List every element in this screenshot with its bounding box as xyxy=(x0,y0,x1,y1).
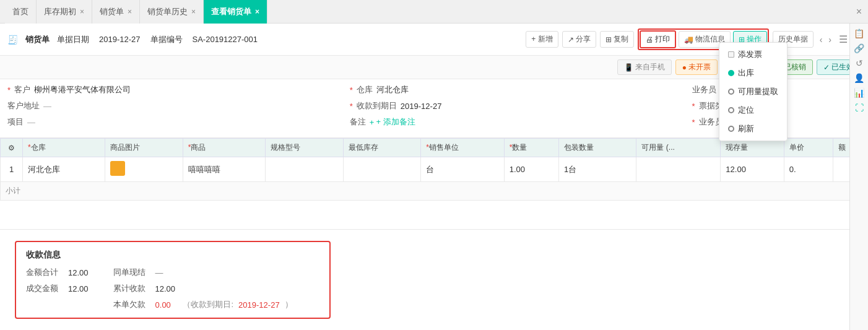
doc-icon: 🧾 xyxy=(7,35,18,45)
close-sales-tab[interactable]: × xyxy=(128,7,132,16)
col-warehouse: *仓库 xyxy=(23,139,105,157)
date-value: 2019-12-27 xyxy=(99,35,141,44)
window-close-button[interactable]: × xyxy=(856,6,862,17)
rect-icon xyxy=(728,51,734,58)
address-field: 客户地址 — xyxy=(7,100,345,111)
unopened-status[interactable]: ● 未开票 xyxy=(675,59,718,75)
close-view-sales-tab[interactable]: × xyxy=(255,7,259,16)
row-no: 1 xyxy=(1,157,23,182)
row-image xyxy=(105,157,183,182)
table-row: 1 河北仓库 嘻嘻嘻嘻 台 1.00 1台 12.00 0. xyxy=(1,157,868,182)
row-unit-price: 0. xyxy=(784,157,833,182)
subtotal-label: 小计 xyxy=(1,182,868,201)
plus-icon: + xyxy=(370,118,375,127)
payment-col-1: 金额合计 12.00 成交金额 12.00 xyxy=(26,267,89,310)
tab-sales-order[interactable]: 销货单 × xyxy=(92,0,140,24)
doc-actions: + 新增 ↗ 分享 ⊞ 复制 🖨 打印 🚚 物 xyxy=(526,28,861,50)
col-pack-qty: 包装数量 xyxy=(558,139,636,157)
circle-icon: ● xyxy=(682,63,687,72)
sidebar-doc-icon[interactable]: 📋 xyxy=(854,28,864,38)
available-extract-item[interactable]: 可用量提取 xyxy=(719,82,787,101)
effective-icon: ✓ xyxy=(823,63,830,72)
row-warehouse: 河北仓库 xyxy=(23,157,105,182)
customer-field: * 客户 柳州粤港平安气体有限公司 xyxy=(7,84,345,95)
product-thumbnail xyxy=(110,161,125,176)
mobile-status[interactable]: 📱 来自手机 xyxy=(617,59,672,75)
payment-col-2: 同单现结 — 累计收款 12.00 本单欠款 0.00 （收款到期日: xyxy=(113,267,293,310)
sidebar-link-icon[interactable]: 🔗 xyxy=(854,43,864,53)
print-button[interactable]: 🖨 打印 xyxy=(640,30,676,48)
col-min-stock: 最低库存 xyxy=(343,139,421,157)
outline-dot-icon-2 xyxy=(728,107,734,113)
due-date-field: * 收款到期日 2019-12-27 xyxy=(350,100,687,111)
row-min-stock xyxy=(343,157,421,182)
warehouse-field: * 仓库 河北仓库 xyxy=(350,84,687,95)
new-button[interactable]: + 新增 xyxy=(526,31,558,48)
sidebar-return-icon[interactable]: ↺ xyxy=(856,58,863,68)
col-image: 商品图片 xyxy=(105,139,183,157)
col-product: *商品 xyxy=(183,139,265,157)
teal-dot-icon xyxy=(728,70,734,76)
col-settings: ⚙ xyxy=(1,139,23,157)
list-view-button[interactable]: ☰ xyxy=(838,32,849,46)
row-spec xyxy=(266,157,344,182)
table-header-row: ⚙ *仓库 商品图片 *商品 规格型号 最低库存 *销售单位 *数量 包装数量 … xyxy=(1,139,868,157)
cumulative-row: 累计收款 12.00 xyxy=(113,283,293,294)
row-product: 嘻嘻嘻嘻 xyxy=(183,157,265,182)
copy-icon: ⊞ xyxy=(605,35,612,44)
outbound-item[interactable]: 出库 xyxy=(719,64,787,82)
add-invoice-item[interactable]: 添发票 xyxy=(719,45,787,64)
col-stock: 现存量 xyxy=(721,139,784,157)
table-area: ⚙ *仓库 商品图片 *商品 规格型号 最低库存 *销售单位 *数量 包装数量 … xyxy=(0,138,868,230)
row-stock: 12.00 xyxy=(721,157,784,182)
tab-bar: 首页 库存期初 × 销货单 × 销货单历史 × 查看销货单 × × xyxy=(0,0,868,24)
col-spec: 规格型号 xyxy=(266,139,344,157)
products-table: ⚙ *仓库 商品图片 *商品 规格型号 最低库存 *销售单位 *数量 包装数量 … xyxy=(0,138,868,201)
payment-title: 收款信息 xyxy=(26,250,319,261)
subtotal-row: 小计 xyxy=(1,182,868,201)
row-unit: 台 xyxy=(421,157,505,182)
transaction-row: 成交金额 12.00 xyxy=(26,283,89,294)
copy-button[interactable]: ⊞ 复制 xyxy=(600,31,634,48)
col-available: 可用量 (... xyxy=(636,139,721,157)
col-unit-price: 单价 xyxy=(784,139,833,157)
balance-row: 本单欠款 0.00 （收款到期日: 2019-12-27 ） xyxy=(113,299,293,310)
tab-view-sales[interactable]: 查看销货单 × xyxy=(204,0,267,24)
doc-title: 销货单 xyxy=(25,34,50,45)
refresh-item[interactable]: 刷新 xyxy=(719,119,787,138)
doc-meta: 单据日期 2019-12-27 单据编号 SA-20191227-001 xyxy=(57,34,258,45)
next-button[interactable]: › xyxy=(826,33,834,46)
col-qty: *数量 xyxy=(504,139,558,157)
row-available xyxy=(636,157,721,182)
date-label: 单据日期 xyxy=(57,34,89,45)
outline-dot-icon-3 xyxy=(728,126,734,132)
mobile-icon: 📱 xyxy=(624,63,633,72)
operate-dropdown: 添发票 出库 可用量提取 定位 刷新 xyxy=(719,42,788,141)
number-label: 单据编号 xyxy=(150,34,183,45)
tab-home[interactable]: 首页 xyxy=(5,0,37,24)
number-value: SA-20191227-001 xyxy=(193,35,258,44)
payment-rows: 金额合计 12.00 成交金额 12.00 同单现结 — xyxy=(26,267,319,310)
note-field: 备注 + + 添加备注 xyxy=(350,116,687,128)
sidebar-chart-icon[interactable]: 📊 xyxy=(854,88,864,98)
row-pack-qty: 1台 xyxy=(558,157,636,182)
settings-icon[interactable]: ⚙ xyxy=(8,144,15,152)
sidebar-expand-icon[interactable]: ⛶ xyxy=(855,103,864,113)
share-icon: ↗ xyxy=(568,35,574,44)
col-unit: *销售单位 xyxy=(421,139,505,157)
truck-icon: 🚚 xyxy=(684,35,693,44)
close-inventory-tab[interactable]: × xyxy=(80,7,84,16)
nav-arrows: ‹ › xyxy=(817,33,834,46)
sidebar-user-icon[interactable]: 👤 xyxy=(854,73,864,83)
outline-dot-icon xyxy=(728,89,734,95)
share-button[interactable]: ↗ 分享 xyxy=(562,31,596,48)
payment-box: 收款信息 金额合计 12.00 成交金额 12.00 xyxy=(15,241,331,319)
right-sidebar: 📋 🔗 ↺ 👤 📊 ⛶ xyxy=(849,24,868,330)
tab-inventory-init[interactable]: 库存期初 × xyxy=(37,0,92,24)
close-history-tab[interactable]: × xyxy=(191,7,196,16)
prev-button[interactable]: ‹ xyxy=(817,33,825,46)
same-order-row: 同单现结 — xyxy=(113,267,293,278)
locate-item[interactable]: 定位 xyxy=(719,101,787,119)
add-note-button[interactable]: + + 添加备注 xyxy=(370,116,415,128)
tab-sales-history[interactable]: 销货单历史 × xyxy=(140,0,204,24)
